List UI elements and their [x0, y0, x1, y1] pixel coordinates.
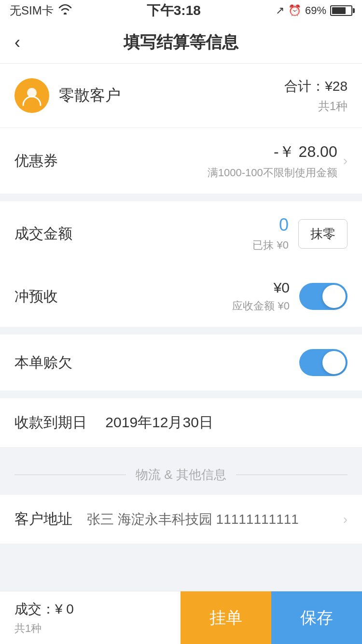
- customer-name: 零散客户: [59, 85, 121, 106]
- round-zero-button[interactable]: 抹零: [298, 219, 348, 249]
- logistics-label: 物流 & 其他信息: [136, 466, 226, 483]
- coupon-right: -￥ 28.00 满1000-100不限制使用金额 ›: [208, 141, 348, 180]
- battery-percent: 69%: [305, 4, 326, 17]
- coupon-chevron-icon: ›: [343, 153, 348, 168]
- due-date-label: 收款到期日: [14, 414, 87, 430]
- deal-amount-value: 0: [252, 215, 289, 235]
- credit-section: 本单赊欠: [0, 335, 362, 391]
- deal-amount-sub: 已抹 ¥0: [252, 238, 289, 252]
- bottom-deal-row: 成交：¥ 0: [14, 600, 166, 618]
- logistics-line-right: [236, 475, 348, 475]
- coupon-discount: -￥ 28.00: [208, 141, 337, 163]
- advance-sub: 应收金额 ¥0: [232, 299, 290, 313]
- avatar: [14, 78, 49, 113]
- status-bar: 无SIM卡 下午3:18 ↗ ⏰ 69%: [0, 0, 362, 21]
- advance-label: 冲预收: [14, 287, 58, 307]
- credit-label: 本单赊欠: [14, 353, 72, 373]
- page-title: 填写结算等信息: [124, 31, 238, 54]
- deal-amount-right: 0 已抹 ¥0 抹零: [252, 215, 348, 252]
- total-count: 共1种: [284, 98, 348, 114]
- customer-left: 零散客户: [14, 78, 121, 113]
- coupon-info: -￥ 28.00 满1000-100不限制使用金额: [208, 141, 337, 180]
- coupon-description: 满1000-100不限制使用金额: [208, 166, 337, 180]
- status-left: 无SIM卡: [10, 3, 72, 18]
- coupon-row[interactable]: 优惠券 -￥ 28.00 满1000-100不限制使用金额 ›: [0, 127, 362, 194]
- due-date-value: 2019年12月30日: [105, 414, 213, 430]
- address-row[interactable]: 客户地址 张三 海淀永丰科技园 11111111111 ›: [0, 495, 362, 544]
- back-button[interactable]: ‹: [14, 32, 20, 53]
- nav-bar: ‹ 填写结算等信息: [0, 21, 362, 64]
- coupon-label: 优惠券: [14, 151, 58, 171]
- customer-section: 零散客户 合计：¥28 共1种 优惠券 -￥ 28.00 满1000-100不限…: [0, 64, 362, 194]
- due-date-section: 收款到期日 2019年12月30日: [0, 398, 362, 447]
- bottom-deal-label: 成交：: [14, 602, 55, 616]
- advance-amount: ¥0 应收金额 ¥0: [232, 280, 290, 313]
- address-label: 客户地址: [14, 509, 72, 529]
- status-right: ↗ ⏰ 69%: [276, 4, 352, 17]
- save-button[interactable]: 保存: [271, 591, 362, 644]
- customer-right: 合计：¥28 共1种: [284, 77, 348, 114]
- customer-row: 零散客户 合计：¥28 共1种: [0, 64, 362, 127]
- deal-amount-info: 0 已抹 ¥0: [252, 215, 289, 252]
- alarm-icon: ⏰: [288, 4, 301, 17]
- carrier-label: 无SIM卡: [10, 3, 54, 18]
- advance-value: ¥0: [232, 280, 290, 296]
- wifi-icon: [58, 4, 72, 17]
- bottom-count: 共1种: [14, 621, 166, 636]
- bottom-bar: 成交：¥ 0 共1种 挂单 保存: [0, 591, 362, 644]
- deal-amount-section: 成交金额 0 已抹 ¥0 抹零: [0, 201, 362, 266]
- credit-toggle[interactable]: [299, 349, 348, 376]
- deal-amount-row: 成交金额 0 已抹 ¥0 抹零: [14, 201, 348, 266]
- status-time: 下午3:18: [147, 1, 201, 20]
- address-value: 张三 海淀永丰科技园 11111111111: [87, 510, 343, 529]
- advance-row: 冲预收 ¥0 应收金额 ¥0: [0, 266, 362, 327]
- battery-icon: [330, 5, 352, 16]
- advance-toggle[interactable]: [299, 283, 348, 310]
- bottom-deal-value: ¥ 0: [55, 602, 74, 616]
- bottom-summary: 成交：¥ 0 共1种: [0, 600, 181, 636]
- location-icon: ↗: [276, 4, 284, 17]
- deal-section: 成交金额 0 已抹 ¥0 抹零 冲预收 ¥0 应收金额 ¥0: [0, 201, 362, 327]
- logistics-divider: 物流 & 其他信息: [0, 455, 362, 495]
- logistics-line-left: [14, 475, 126, 475]
- address-chevron-icon: ›: [343, 512, 348, 527]
- deal-amount-label: 成交金额: [14, 224, 72, 244]
- advance-right: ¥0 应收金额 ¥0: [232, 280, 348, 313]
- hold-order-button[interactable]: 挂单: [181, 591, 271, 644]
- total-amount: 合计：¥28: [284, 77, 348, 96]
